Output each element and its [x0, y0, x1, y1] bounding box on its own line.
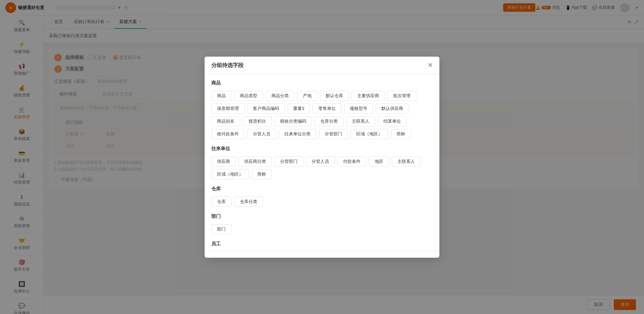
modal-header: 分组待选字段 ✕ [205, 57, 439, 75]
field-tags-warehouse: 仓库仓库分类 [211, 197, 433, 207]
field-tag[interactable]: 区域（地区） [351, 129, 388, 139]
field-tag[interactable]: 税收分类编码 [274, 116, 312, 126]
field-tag[interactable]: 分管部门 [274, 156, 303, 167]
field-tag[interactable]: 默认仓库 [320, 91, 349, 101]
field-tag[interactable]: 简称 [252, 169, 272, 179]
field-tag[interactable]: 仓库 [211, 197, 231, 207]
field-tag[interactable]: 默认供应商 [376, 104, 409, 114]
field-selection-modal: 分组待选字段 ✕ 商品商品商品类型商品分类产地默认仓库主要供应商批次管理保质期管… [205, 57, 439, 258]
field-tags-partner: 供应商供应商分类分管部门分管人员付款条件地区主联系人区域（地区）简称 [211, 156, 433, 179]
field-tag[interactable]: 客户商品编码 [247, 104, 285, 114]
field-tag[interactable]: 收付款条件 [211, 129, 245, 139]
field-section-warehouse: 仓库仓库仓库分类 [211, 186, 433, 207]
field-tag[interactable]: 商品类型 [234, 91, 263, 101]
field-tag[interactable]: 结算单位 [378, 116, 407, 126]
modal-overlay[interactable]: 分组待选字段 ✕ 商品商品商品类型商品分类产地默认仓库主要供应商批次管理保质期管… [0, 0, 644, 314]
field-tag[interactable]: 仓库分类 [234, 197, 263, 207]
field-tag[interactable]: 批次管理 [387, 91, 416, 101]
field-tag[interactable]: 主联系人 [346, 116, 375, 126]
field-tags-department: 部门 [211, 224, 433, 234]
field-tag[interactable]: 产地 [297, 91, 317, 101]
field-tag[interactable]: 主要供应商 [352, 91, 385, 101]
field-section-title-goods: 商品 [211, 80, 433, 87]
field-section-partner: 往来单位供应商供应商分类分管部门分管人员付款条件地区主联系人区域（地区）简称 [211, 146, 433, 179]
field-tag[interactable]: 商品别名 [211, 116, 240, 126]
modal-close-button[interactable]: ✕ [428, 62, 433, 68]
field-tag[interactable]: 分管人员 [247, 129, 276, 139]
field-section-title-employee: 员工 [211, 241, 433, 248]
field-tag[interactable]: 区域（地区） [211, 169, 249, 179]
modal-title: 分组待选字段 [211, 62, 244, 69]
field-tags-goods: 商品商品类型商品分类产地默认仓库主要供应商批次管理保质期管理客户商品编码重量3零… [211, 91, 433, 139]
field-tag[interactable]: 简称 [391, 129, 411, 139]
modal-body: 商品商品商品类型商品分类产地默认仓库主要供应商批次管理保质期管理客户商品编码重量… [205, 75, 439, 251]
field-tag[interactable]: 部门 [211, 224, 231, 234]
field-tag[interactable]: 拣货积分 [243, 116, 272, 126]
field-tag[interactable]: 商品分类 [266, 91, 294, 101]
field-tag[interactable]: 重量3 [287, 104, 310, 114]
field-tag[interactable]: 零售单位 [313, 104, 341, 114]
field-tag[interactable]: 地区 [369, 156, 389, 167]
field-section-employee: 员工业务员 [211, 241, 433, 251]
modal-footer [205, 251, 439, 258]
field-tag[interactable]: 付款条件 [337, 156, 366, 167]
field-tag[interactable]: 供应商 [211, 156, 236, 167]
field-tag[interactable]: 仓库分类 [315, 116, 343, 126]
field-section-title-warehouse: 仓库 [211, 186, 433, 193]
field-tag[interactable]: 往来单位分类 [279, 129, 316, 139]
field-section-title-partner: 往来单位 [211, 146, 433, 153]
field-tag[interactable]: 保质期管理 [211, 104, 245, 114]
field-tag[interactable]: 分管人员 [306, 156, 335, 167]
field-section-department: 部门部门 [211, 213, 433, 234]
field-section-goods: 商品商品商品类型商品分类产地默认仓库主要供应商批次管理保质期管理客户商品编码重量… [211, 80, 433, 139]
field-tag[interactable]: 主联系人 [392, 156, 421, 167]
field-tag[interactable]: 供应商分类 [238, 156, 272, 167]
field-tag[interactable]: 规格型号 [344, 104, 373, 114]
field-tag[interactable]: 分管部门 [319, 129, 348, 139]
field-tag[interactable]: 商品 [211, 91, 231, 101]
field-section-title-department: 部门 [211, 213, 433, 221]
